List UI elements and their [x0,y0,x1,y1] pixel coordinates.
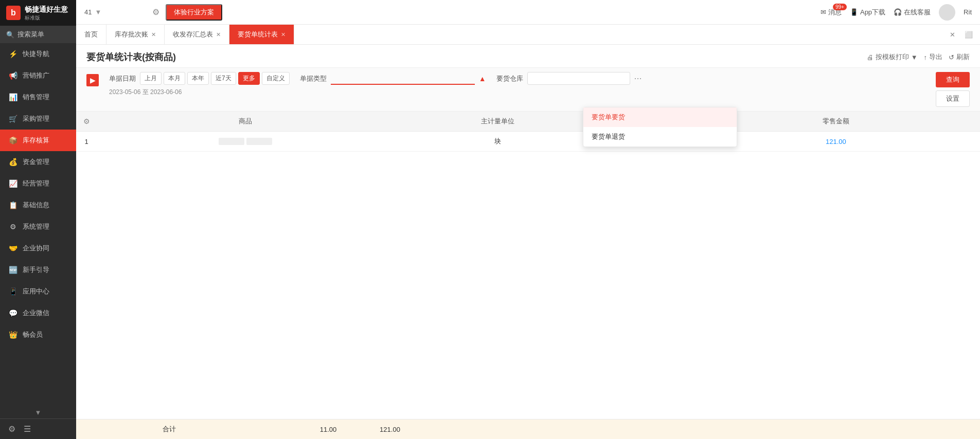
table-footer: 合计 11.00 121.00 [76,419,980,439]
product-tag-2 [246,138,272,145]
warehouse-more-icon[interactable]: ··· [634,73,642,84]
date-btn-custom[interactable]: 自定义 [262,72,290,85]
tabs-control: ✕ ⬜ [947,29,980,41]
row-unit: 块 [394,132,601,152]
sidebar-item-quicknav[interactable]: ⚡ 快捷导航 [0,43,76,65]
user-name: Rit [964,8,972,16]
logo-text: 畅捷通好生意 标准版 [25,5,68,21]
menu-icon[interactable]: ☰ [24,424,31,434]
sidebar-item-operations[interactable]: 📈 经营管理 [0,173,76,194]
date-btn-this-year[interactable]: 本年 [187,72,209,85]
sidebar-item-wechat[interactable]: 💬 企业微信 [0,302,76,324]
row-extra [924,132,980,152]
footer-total-label: 合计 [158,425,236,434]
tab-home[interactable]: 首页 [76,25,106,44]
date-buttons: 上月 本月 本年 近7天 更多 自定义 [140,72,290,85]
row-product [97,132,394,152]
sidebar-item-sales[interactable]: 📊 销售管理 [0,86,76,108]
type-filter-input[interactable] [331,72,475,85]
sidebar-item-guide[interactable]: 🆕 新手引导 [0,259,76,281]
type-dropdown: 要货单要货 要货单退货 [583,107,737,147]
sidebar-item-appcenter[interactable]: 📱 应用中心 [0,281,76,302]
tab-inventory-batch[interactable]: 库存批次账 ✕ [106,25,165,44]
date-range-row: 2023-05-06 至 2023-06-06 [109,88,290,97]
tab-close-receive-summary[interactable]: ✕ [216,31,221,38]
settings-icon[interactable]: ⚙ [8,424,15,434]
date-btn-this-month[interactable]: 本月 [164,72,185,85]
date-filter-group: 单据日期 上月 本月 本年 近7天 更多 自定义 2023-05-06 至 20… [109,72,290,97]
date-btn-last-month[interactable]: 上月 [140,72,162,85]
search-menu-item[interactable]: 🔍 搜索菜单 [0,26,76,43]
dropdown-item-1[interactable]: 要货单退货 [583,127,737,147]
sidebar-item-finance[interactable]: 💰 资金管理 [0,151,76,173]
topbar: 41 ▼ ⚙ 体验行业方案 ✉ 消息 99+ 📱 App下载 🎧 在线客服 Ri… [76,0,980,25]
sidebar-item-system[interactable]: ⚙ 系统管理 [0,216,76,237]
query-button[interactable]: 查询 [936,72,970,87]
date-filter-label: 单据日期 [109,74,136,83]
trial-button[interactable]: 体验行业方案 [166,4,222,21]
export-icon: ↑ [924,53,928,61]
table-settings-header: ⚙ [76,112,97,132]
sidebar-footer: ⚙ ☰ [0,418,76,439]
message-badge: 99+ [833,4,847,10]
refresh-button[interactable]: ↺ 刷新 [949,52,970,62]
warehouse-filter-input[interactable] [527,72,630,85]
filter-toggle-button[interactable]: ▶ [86,74,99,86]
table-settings-icon[interactable]: ⚙ [83,117,90,125]
search-icon: 🔍 [6,31,14,39]
warehouse-filter-label: 要货仓库 [496,74,523,83]
tab-close-all-icon[interactable]: ✕ [947,29,958,41]
dropdown-item-0[interactable]: 要货单要货 [583,107,737,127]
company-dropdown-arrow: ▼ [95,8,101,16]
tab-close-inventory-batch[interactable]: ✕ [151,31,156,38]
col-header-extra [924,112,980,132]
tab-close-order-stats[interactable]: ✕ [281,31,286,38]
company-selector[interactable]: 41 ▼ [84,8,146,16]
phone-icon: 📱 [850,8,858,16]
sidebar-item-purchase[interactable]: 🛒 采购管理 [0,108,76,130]
date-btn-7days[interactable]: 近7天 [211,72,236,85]
date-btn-more[interactable]: 更多 [238,72,260,85]
table-container: ⚙ 商品 主计量单位 主数量 零售金额 1 [76,112,980,419]
data-table: ⚙ 商品 主计量单位 主数量 零售金额 1 [76,112,980,152]
col-header-product: 商品 [97,112,394,132]
online-service-button[interactable]: 🎧 在线客服 [894,8,931,17]
main-area: 41 ▼ ⚙ 体验行业方案 ✉ 消息 99+ 📱 App下载 🎧 在线客服 Ri… [76,0,980,439]
settings-button[interactable]: 设置 [936,90,970,107]
sidebar-item-basicinfo[interactable]: 📋 基础信息 [0,194,76,216]
tab-order-stats[interactable]: 要货单统计表 ✕ [229,25,294,44]
footer-quantity: 11.00 [297,426,359,433]
date-filter-row: 单据日期 上月 本月 本年 近7天 更多 自定义 [109,72,290,85]
logo-icon: b [6,6,21,20]
company-number: 41 [84,8,92,16]
table-row: 1 块 11.00 121.00 [76,132,980,152]
print-icon: 🖨 [867,53,874,61]
print-button[interactable]: 🖨 按模板打印 ▼ [867,52,918,62]
page-actions: 🖨 按模板打印 ▼ ↑ 导出 ↺ 刷新 [867,52,970,62]
export-button[interactable]: ↑ 导出 [924,52,943,62]
tab-maximize-icon[interactable]: ⬜ [961,29,976,41]
row-amount: 121.00 [747,132,924,152]
sidebar-item-enterprise[interactable]: 🤝 企业协同 [0,237,76,259]
sidebar-scroll-down[interactable]: ▼ [0,407,76,418]
user-avatar[interactable] [939,4,955,21]
message-button[interactable]: ✉ 消息 99+ [821,8,842,17]
type-filter-label: 单据类型 [300,74,327,83]
table-header-row: ⚙ 商品 主计量单位 主数量 零售金额 [76,112,980,132]
headset-icon: 🎧 [894,8,902,16]
sidebar: b 畅捷通好生意 标准版 🔍 搜索菜单 ⚡ 快捷导航 📢 营销推广 📊 销售管理… [0,0,76,439]
page-header: 要货单统计表(按商品) 🖨 按模板打印 ▼ ↑ 导出 ↺ 刷新 [76,45,980,67]
sidebar-item-inventory[interactable]: 📦 库存核算 [0,130,76,151]
type-filter-row: 单据类型 ▲ [300,72,486,85]
page-content: 要货单统计表(按商品) 🖨 按模板打印 ▼ ↑ 导出 ↺ 刷新 ▶ [76,45,980,439]
app-download-button[interactable]: 📱 App下载 [850,8,885,17]
sidebar-nav: ⚡ 快捷导航 📢 营销推广 📊 销售管理 🛒 采购管理 📦 库存核算 💰 资金管… [0,43,76,407]
col-header-unit: 主计量单位 [394,112,601,132]
topbar-gear-icon[interactable]: ⚙ [152,7,159,17]
filter-actions: 查询 设置 [936,72,970,107]
tab-receive-summary[interactable]: 收发存汇总表 ✕ [165,25,229,44]
type-dropdown-arrow[interactable]: ▲ [479,75,486,83]
page-title: 要货单统计表(按商品) [86,51,176,63]
sidebar-item-marketing[interactable]: 📢 营销推广 [0,65,76,86]
sidebar-item-member[interactable]: 👑 畅会员 [0,324,76,345]
